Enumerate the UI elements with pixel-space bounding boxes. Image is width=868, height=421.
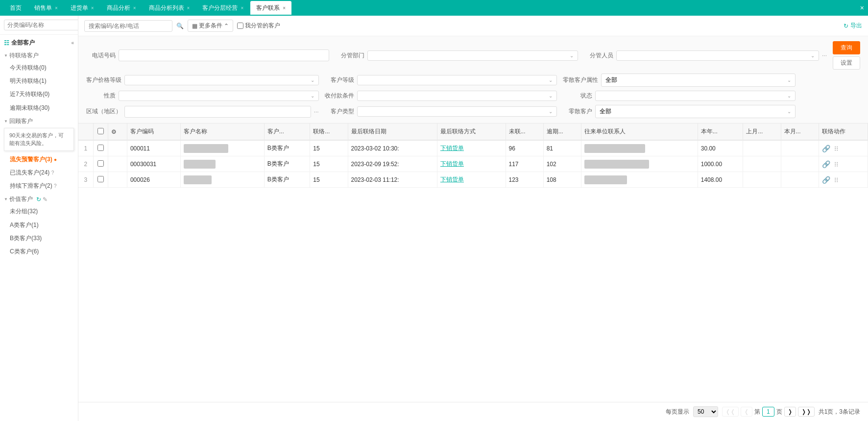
goods-analysis-tab-close[interactable]: × (133, 5, 136, 11)
filter-manager-chev: ⌄ (811, 53, 815, 58)
row-num: 2 (78, 156, 93, 172)
filter-customer-grade-select[interactable]: ⌄ (357, 75, 557, 85)
row-checkbox[interactable] (97, 160, 104, 167)
nav-tab-customer-contact[interactable]: 客户联系 × (250, 1, 291, 15)
col-settings-icon[interactable]: ⚙ (108, 124, 127, 140)
sidebar-item-declining[interactable]: 持续下滑客户(2) ? (0, 179, 78, 193)
row-this-month (781, 156, 819, 172)
nav-tab-purchase[interactable]: 进货单 × (65, 1, 100, 15)
filter-more-label: 更多条件 (199, 22, 222, 30)
purchase-tab-close[interactable]: × (91, 5, 94, 11)
filter-action-btns: 查询 设置 (833, 41, 860, 70)
filter-payment-select[interactable]: ⌄ (357, 91, 557, 101)
query-button[interactable]: 查询 (833, 41, 860, 54)
sidebar-group-lost[interactable]: ▼ 回顾客户 (0, 115, 78, 127)
sidebar-item-ungrouped[interactable]: 未分组(32) (0, 205, 78, 218)
next-page-btn[interactable]: ❭ (784, 407, 796, 417)
prev-page-btn[interactable]: ❬ (741, 407, 752, 417)
sidebar-item-week[interactable]: 近7天待联络(0) (0, 88, 78, 101)
row-un-contact: 117 (506, 156, 543, 172)
action-link-icon[interactable]: 🔗 (822, 145, 830, 152)
filter-nature-select[interactable]: ⌄ (119, 91, 319, 101)
value-refresh-icon[interactable]: ↻ (36, 196, 41, 203)
contact-way-link[interactable]: 下销货单 (440, 160, 464, 167)
action-more-icon[interactable]: ⁝⁝ (834, 145, 838, 152)
sidebar-group-value[interactable]: ▼ 价值客户 ↻ ✎ (0, 193, 78, 205)
sidebar-item-class-a[interactable]: A类客户(1) (0, 219, 78, 232)
row-settings-cell (108, 172, 127, 188)
adv-filter-row-2: 客户价格等级 ⌄ 客户等级 ⌄ 零散客户属性 全部 (86, 74, 860, 87)
action-more-icon[interactable]: ⁝⁝ (834, 176, 838, 184)
my-customer-checkbox[interactable] (237, 23, 243, 29)
customer-contact-tab-close[interactable]: × (283, 5, 286, 11)
filter-my-customer[interactable]: 我分管的客户 (237, 22, 280, 30)
sidebar-all-customers[interactable]: ☷ 全部客户 « (0, 35, 78, 49)
row-type: B类客户 (264, 156, 310, 172)
contact-way-link[interactable]: 下销货单 (440, 176, 464, 183)
filter-payment: 收付款条件 ⌄ (325, 91, 557, 101)
action-link-icon[interactable]: 🔗 (822, 160, 830, 168)
sidebar-item-churn-warn[interactable]: 流失预警客户(3) ● (0, 153, 78, 166)
filter-retail-select[interactable]: 全部 ⌄ (595, 105, 796, 118)
filter-manager-select[interactable]: ⌄ (616, 50, 819, 61)
sidebar-item-today[interactable]: 今天待联络(0) (0, 61, 78, 74)
total-info: 共1页，3条记录 (819, 408, 860, 416)
sales-tab-close[interactable]: × (55, 5, 58, 11)
row-unit-contact: ██... (581, 172, 698, 188)
row-code: 000011 (127, 140, 180, 156)
filter-customer-type-select[interactable]: ⌄ (357, 106, 557, 117)
select-all-checkbox[interactable] (97, 128, 104, 134)
goods-list-tab-close[interactable]: × (187, 5, 190, 11)
sidebar-collapse-icon[interactable]: « (71, 40, 74, 46)
filter-region-dots[interactable]: ··· (314, 108, 319, 115)
settings-button[interactable]: 设置 (833, 56, 860, 70)
col-last-contact-way: 最后联络方式 (437, 124, 506, 140)
first-page-btn[interactable]: ❬❬ (722, 407, 739, 417)
filter-nature-chev: ⌄ (311, 93, 314, 99)
nav-tab-goods-list[interactable]: 商品分析列表 × (143, 1, 196, 15)
filter-retail-attr-select[interactable]: 全部 ⌄ (601, 74, 796, 87)
close-all-tabs[interactable]: × (860, 4, 864, 12)
filter-search-input[interactable] (84, 20, 172, 32)
filter-dept-chev: ⌄ (570, 53, 574, 58)
customer-tier-tab-close[interactable]: × (241, 5, 243, 11)
filter-dept-select[interactable]: ⌄ (367, 50, 578, 61)
col-checkbox (93, 124, 108, 140)
row-checkbox[interactable] (97, 145, 104, 151)
pagination-nav: ❬❬ ❬ 第 1 页 ❭ ❭❭ (722, 407, 815, 417)
sidebar-item-class-b[interactable]: B类客户(33) (0, 232, 78, 245)
value-edit-icon[interactable]: ✎ (43, 196, 48, 203)
nav-tab-sales[interactable]: 销售单 × (28, 1, 64, 15)
filter-manager-dots[interactable]: ··· (822, 52, 827, 59)
filter-price-tier-label: 客户价格等级 (86, 76, 121, 84)
filter-search-icon[interactable]: 🔍 (176, 23, 184, 29)
sidebar-item-class-c[interactable]: C类客户(6) (0, 245, 78, 258)
sidebar-item-overdue[interactable]: 逾期未联络(30) (0, 101, 78, 115)
nav-tab-customer-tier[interactable]: 客户分层经营 × (196, 1, 249, 15)
filter-price-tier-select[interactable]: ⌄ (124, 75, 319, 85)
row-this-month (781, 172, 819, 188)
action-more-icon[interactable]: ⁝⁝ (834, 160, 838, 168)
sidebar-item-churned[interactable]: 已流失客户(24) ? (0, 166, 78, 179)
col-unit-contact: 往来单位联系人 (581, 124, 698, 140)
row-overdue: 81 (543, 140, 581, 156)
per-page-select[interactable]: 50 100 (693, 406, 718, 417)
contact-way-link[interactable]: 下销货单 (440, 145, 464, 151)
my-customer-label: 我分管的客户 (245, 22, 280, 30)
row-action-cell: 🔗 ⁝⁝ (819, 140, 868, 156)
sidebar-item-tomorrow[interactable]: 明天待联络(1) (0, 74, 78, 88)
sidebar-group-pending[interactable]: ▼ 待联络客户 (0, 49, 78, 61)
row-checkbox[interactable] (97, 176, 104, 182)
export-btn[interactable]: ↻ 导出 (844, 22, 862, 30)
row-un-contact: 96 (506, 140, 543, 156)
sidebar-search-input[interactable] (4, 20, 78, 30)
filter-status-select[interactable]: ⌄ (595, 91, 796, 101)
last-page-btn[interactable]: ❭❭ (798, 407, 815, 417)
nav-tab-home[interactable]: 首页 (4, 1, 27, 15)
advanced-filter-panel: 电话号码 分管部门 ⌄ 分管人员 ⌄ ··· (78, 36, 868, 124)
filter-region-input[interactable] (124, 106, 311, 118)
action-link-icon[interactable]: 🔗 (822, 176, 830, 184)
nav-tab-goods-analysis[interactable]: 商品分析 × (101, 1, 142, 15)
filter-more-btn[interactable]: ▦ 更多条件 ⌃ (188, 20, 233, 32)
filter-phone-input[interactable] (119, 50, 329, 61)
